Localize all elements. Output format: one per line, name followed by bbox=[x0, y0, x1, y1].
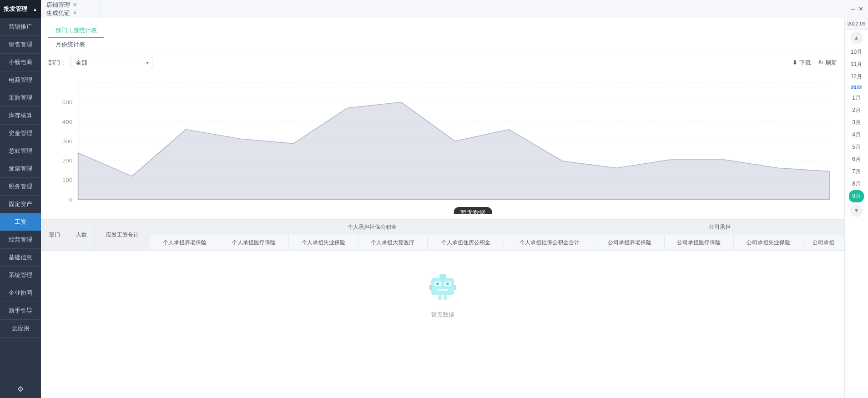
date-month-3月[interactable]: 3月 bbox=[849, 116, 864, 129]
sidebar-item-采购管理[interactable]: 采购管理 bbox=[0, 89, 41, 107]
date-months-container: 10月11月12月20221月2月3月4月5月6月7月8月9月 bbox=[849, 46, 864, 202]
svg-rect-18 bbox=[429, 285, 432, 290]
tab-bar-end: ─ ✕ bbox=[846, 5, 868, 12]
refresh-label: 刷新 bbox=[825, 59, 837, 67]
sidebar-item-基础信息[interactable]: 基础信息 bbox=[0, 249, 41, 267]
svg-text:0: 0 bbox=[69, 197, 73, 203]
sidebar-item-资金管理[interactable]: 资金管理 bbox=[0, 125, 41, 142]
col-personal-pension: 个人承担养老保险 bbox=[150, 235, 219, 251]
sidebar-item-系统管理[interactable]: 系统管理 bbox=[0, 267, 41, 284]
svg-text:400: 400 bbox=[62, 119, 73, 125]
tab-生成凭证[interactable]: 生成凭证✕ bbox=[41, 9, 101, 17]
sidebar-collapse-icon[interactable]: ▲ bbox=[33, 7, 37, 12]
sidebar-item-税务管理[interactable]: 税务管理 bbox=[0, 178, 41, 196]
area-chart-fill bbox=[78, 102, 830, 200]
svg-rect-19 bbox=[454, 285, 456, 290]
sidebar-item-企业协同[interactable]: 企业协同 bbox=[0, 284, 41, 302]
sidebar-title: 批发管理 bbox=[4, 5, 27, 13]
dept-filter: 部门： 全部 bbox=[48, 57, 152, 68]
col-company-social: 公司承担 bbox=[595, 220, 844, 235]
settings-button[interactable]: ⚙ bbox=[0, 380, 41, 398]
sidebar-item-总账管理[interactable]: 总账管理 bbox=[0, 142, 41, 160]
dept-select-wrapper: 全部 bbox=[71, 57, 152, 68]
svg-rect-21 bbox=[444, 295, 447, 300]
sidebar-item-固定资产[interactable]: 固定资产 bbox=[0, 196, 41, 213]
sidebar-item-小畅电商[interactable]: 小畅电商 bbox=[0, 54, 41, 71]
table-wrapper[interactable]: 部门 人数 应发工资合计 个人承担社保公积金 公司承担 个人承担养老保险 个人承… bbox=[41, 219, 844, 398]
col-personal-total: 个人承担社保公积金合计 bbox=[504, 235, 595, 251]
svg-rect-20 bbox=[438, 295, 442, 300]
tab-close-icon[interactable]: ✕ bbox=[73, 2, 77, 8]
date-panel: 2022.09 ▲ 10月11月12月20221月2月3月4月5月6月7月8月9… bbox=[844, 18, 868, 398]
col-total-salary: 应发工资合计 bbox=[95, 220, 150, 251]
col-personal-major-medical: 个人承担大额医疗 bbox=[358, 235, 428, 251]
tab-label: 店铺管理 bbox=[46, 1, 70, 9]
date-month-2月[interactable]: 2月 bbox=[849, 104, 864, 116]
sidebar-header[interactable]: 批发管理 ▲ bbox=[0, 0, 41, 18]
date-month-10月[interactable]: 10月 bbox=[849, 46, 864, 58]
empty-state: 暂无数据 bbox=[41, 251, 844, 337]
sidebar-items-container: 营销推广销售管理小畅电商电商管理采购管理库存核算资金管理总账管理发票管理税务管理… bbox=[0, 18, 41, 338]
date-year-label[interactable]: 2022 bbox=[849, 83, 864, 92]
empty-icon bbox=[424, 269, 461, 305]
sidebar-item-云应用[interactable]: 云应用 bbox=[0, 320, 41, 338]
date-month-1月[interactable]: 1月 bbox=[849, 92, 864, 104]
svg-rect-17 bbox=[437, 289, 448, 291]
content-area: 部门工资统计表月份统计表 部门： 全部 ⬇ 下载 bbox=[41, 18, 868, 398]
date-month-6月[interactable]: 6月 bbox=[849, 153, 864, 166]
col-company-unemployment: 公司承担失业保险 bbox=[734, 235, 803, 251]
date-month-5月[interactable]: 5月 bbox=[849, 141, 864, 153]
download-button[interactable]: ⬇ 下载 bbox=[792, 59, 811, 67]
col-personal-social: 个人承担社保公积金 bbox=[150, 220, 595, 235]
sidebar-item-工资[interactable]: 工资 bbox=[0, 213, 41, 231]
settings-icon: ⚙ bbox=[17, 385, 24, 393]
col-dept: 部门 bbox=[41, 220, 68, 251]
svg-rect-14 bbox=[431, 278, 454, 295]
inner-tab-items: 部门工资统计表月份统计表 bbox=[48, 24, 104, 52]
sidebar-item-营销推广[interactable]: 营销推广 bbox=[0, 18, 41, 36]
date-month-7月[interactable]: 7月 bbox=[849, 166, 864, 178]
date-nav-up[interactable]: ▲ bbox=[850, 31, 863, 44]
date-nav-down[interactable]: ▼ bbox=[850, 204, 863, 217]
sidebar-item-新手引导[interactable]: 新手引导 bbox=[0, 302, 41, 320]
download-icon: ⬇ bbox=[792, 59, 797, 66]
tab-店铺管理[interactable]: 店铺管理✕ bbox=[41, 1, 101, 9]
tab-close-icon[interactable]: ✕ bbox=[73, 10, 77, 16]
toolbar-row: 部门： 全部 ⬇ 下载 ↻ 刷新 bbox=[41, 52, 844, 73]
col-personal-housing: 个人承担住房公积金 bbox=[428, 235, 504, 251]
sidebar-item-电商管理[interactable]: 电商管理 bbox=[0, 71, 41, 89]
inner-tab-部门工资统计表[interactable]: 部门工资统计表 bbox=[48, 24, 104, 38]
window-minimize-icon[interactable]: ─ bbox=[851, 5, 855, 12]
tab-label: 生成凭证 bbox=[46, 9, 70, 17]
refresh-button[interactable]: ↻ 刷新 bbox=[818, 59, 837, 67]
col-personal-unemployment: 个人承担失业保险 bbox=[288, 235, 358, 251]
date-month-11月[interactable]: 11月 bbox=[849, 58, 864, 71]
main-area: 首页门店商品目录✕销售单✕店铺管理✕生成凭证✕应收应付调整单✕工资表✕工资统计报… bbox=[41, 0, 868, 398]
date-month-8月[interactable]: 8月 bbox=[849, 178, 864, 190]
date-month-12月[interactable]: 12月 bbox=[849, 71, 864, 83]
empty-text: 暂无数据 bbox=[431, 311, 454, 319]
dept-label: 部门： bbox=[48, 59, 66, 67]
dept-select[interactable]: 全部 bbox=[71, 57, 152, 68]
col-company-other: 公司承担 bbox=[803, 235, 844, 251]
svg-text:200: 200 bbox=[62, 158, 73, 164]
window-close-icon[interactable]: ✕ bbox=[858, 5, 863, 12]
sidebar-item-销售管理[interactable]: 销售管理 bbox=[0, 36, 41, 54]
svg-text:100: 100 bbox=[62, 177, 73, 183]
date-month-4月[interactable]: 4月 bbox=[849, 129, 864, 141]
sidebar-item-发票管理[interactable]: 发票管理 bbox=[0, 160, 41, 178]
sidebar-item-库存核算[interactable]: 库存核算 bbox=[0, 107, 41, 125]
svg-text:500: 500 bbox=[62, 100, 73, 106]
sidebar-item-经营管理[interactable]: 经营管理 bbox=[0, 231, 41, 249]
sidebar: 批发管理 ▲ 营销推广销售管理小畅电商电商管理采购管理库存核算资金管理总账管理发… bbox=[0, 0, 41, 398]
toolbar-actions: ⬇ 下载 ↻ 刷新 bbox=[792, 59, 837, 67]
download-label: 下载 bbox=[799, 59, 811, 67]
tab-items-container: 首页门店商品目录✕销售单✕店铺管理✕生成凭证✕应收应付调整单✕工资表✕工资统计报… bbox=[41, 0, 101, 18]
col-company-pension: 公司承担养老保险 bbox=[595, 235, 665, 251]
date-month-9月[interactable]: 9月 bbox=[849, 190, 864, 202]
svg-rect-22 bbox=[439, 274, 446, 279]
area-chart: 0 100 200 300 400 500 暂无数据 bbox=[50, 78, 835, 214]
inner-tab-月份统计表[interactable]: 月份统计表 bbox=[48, 38, 104, 52]
col-count: 人数 bbox=[68, 220, 95, 251]
date-panel-header: 2022.09 bbox=[845, 18, 868, 30]
